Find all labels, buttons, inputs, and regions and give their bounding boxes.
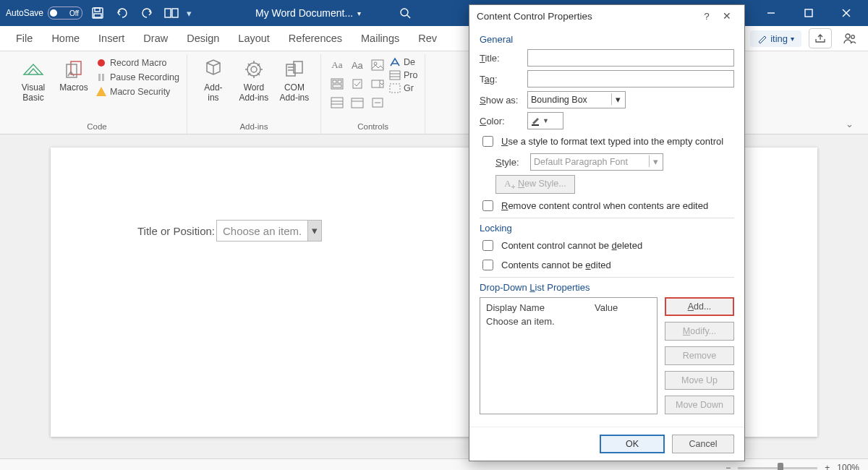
tab-references[interactable]: References (280, 28, 351, 48)
close-icon[interactable] (830, 0, 862, 26)
autosave-toggle[interactable]: Off (48, 7, 82, 20)
field-label: Title or Position: (137, 225, 215, 237)
legacy-control-icon[interactable] (369, 95, 386, 111)
ok-button[interactable]: OK (600, 435, 665, 453)
ribbon-group-code: Visual Basic Macros Record Macro Pause R… (7, 54, 187, 134)
search-icon[interactable] (396, 4, 414, 22)
remove-cc-checkbox[interactable] (482, 200, 493, 211)
properties-button[interactable]: Pro (389, 70, 417, 80)
checkbox-control-icon[interactable] (349, 76, 366, 92)
help-icon[interactable]: ? (697, 11, 717, 22)
title-input[interactable] (527, 49, 734, 67)
svg-rect-4 (172, 9, 178, 17)
document-title[interactable]: My Word Document...▾ (255, 7, 361, 19)
redo-icon[interactable] (137, 4, 156, 22)
cancel-button[interactable]: Cancel (672, 435, 734, 453)
collapse-ribbon-icon[interactable]: ⌄ (838, 114, 861, 134)
svg-point-5 (401, 9, 408, 16)
datepicker-control-icon[interactable] (349, 95, 366, 111)
showas-label: Show as: (480, 95, 522, 106)
visual-basic-icon (21, 57, 46, 82)
people-icon[interactable] (839, 29, 861, 48)
chevron-down-icon[interactable]: ▾ (307, 221, 321, 241)
svg-rect-46 (532, 124, 539, 126)
dropdown-control-icon[interactable] (328, 95, 346, 111)
design-mode-button[interactable]: De (389, 57, 417, 67)
com-addins-button[interactable]: COM Add-ins (276, 54, 313, 103)
svg-rect-3 (165, 9, 171, 17)
svg-rect-2 (94, 14, 101, 17)
autosave-control[interactable]: AutoSave Off (6, 7, 82, 20)
list-item[interactable]: Choose an item. (480, 315, 657, 328)
svg-rect-30 (353, 80, 362, 88)
word-addins-icon (242, 57, 266, 82)
reading-view-icon[interactable] (162, 4, 181, 22)
svg-rect-1 (95, 8, 100, 12)
svg-rect-33 (331, 98, 343, 108)
lock-delete-label: Content control cannot be deleted (501, 240, 642, 251)
svg-point-11 (846, 34, 850, 38)
col-value: Value (595, 302, 618, 313)
undo-icon[interactable] (113, 4, 132, 22)
macro-security-button[interactable]: Macro Security (95, 86, 179, 98)
record-macro-button[interactable]: Record Macro (95, 57, 179, 69)
visual-basic-button[interactable]: Visual Basic (14, 54, 52, 103)
dropdown-listbox[interactable]: Display NameValue Choose an item. (480, 297, 658, 414)
tab-mailings[interactable]: Mailings (352, 28, 408, 48)
tab-draw[interactable]: Draw (135, 28, 176, 48)
svg-rect-29 (333, 85, 341, 87)
maximize-icon[interactable] (793, 0, 825, 26)
addins-button[interactable]: Add- ins (195, 54, 232, 103)
close-icon[interactable]: ✕ (717, 10, 737, 22)
svg-rect-8 (805, 9, 812, 17)
title-label: Title: (480, 53, 522, 64)
showas-select[interactable]: Bounding Box▾ (527, 91, 626, 108)
section-dropdown: Drop-Down List Properties (480, 282, 734, 293)
section-general: General (480, 34, 734, 45)
tab-review[interactable]: Rev (409, 28, 446, 48)
combobox-control-icon[interactable] (369, 76, 386, 92)
editing-mode-button[interactable]: iting▾ (750, 30, 801, 47)
movedown-button: Move Down (665, 396, 734, 414)
lock-delete-checkbox[interactable] (482, 240, 493, 251)
zoom-out-icon[interactable]: − (726, 463, 731, 470)
lock-edit-label: Contents cannot be edited (501, 260, 611, 270)
plaintext-control-icon[interactable]: Aa (349, 57, 366, 73)
svg-rect-42 (390, 84, 400, 93)
zoom-slider[interactable] (738, 467, 817, 469)
color-picker[interactable]: ▼ (527, 112, 563, 129)
ribbon-group-addins: Add- ins Word Add-ins COM Add-ins Add-in… (187, 54, 321, 134)
richtext-control-icon[interactable]: Aa (328, 57, 346, 73)
svg-rect-24 (372, 60, 383, 70)
svg-rect-16 (98, 74, 101, 81)
tab-layout[interactable]: Layout (229, 28, 278, 48)
color-label: Color: (480, 116, 522, 127)
content-control-dropdown[interactable]: Choose an item. ▾ (216, 220, 322, 242)
macros-button[interactable]: Macros (55, 54, 93, 93)
group-label-code: Code (87, 121, 107, 134)
controls-gallery[interactable]: Aa Aa (328, 54, 386, 111)
group-controls-button[interactable]: Gr (389, 83, 417, 93)
svg-rect-17 (102, 74, 104, 81)
tag-input[interactable] (527, 70, 734, 87)
minimize-icon[interactable] (755, 0, 787, 26)
add-button[interactable]: Add... (665, 297, 734, 316)
use-style-checkbox[interactable] (482, 136, 493, 147)
modify-button: Modify... (665, 322, 734, 341)
share-button[interactable] (809, 28, 832, 48)
style-label: Style: (495, 157, 524, 168)
dialog-title: Content Control Properties (477, 11, 592, 22)
tab-design[interactable]: Design (178, 28, 228, 48)
save-icon[interactable] (88, 4, 107, 22)
zoom-in-icon[interactable]: + (825, 463, 830, 470)
word-addins-button[interactable]: Word Add-ins (235, 54, 273, 103)
tab-home[interactable]: Home (43, 28, 88, 48)
zoom-level[interactable]: 100% (837, 463, 859, 470)
group-label-addins: Add-ins (239, 121, 268, 134)
buildingblock-control-icon[interactable] (328, 76, 346, 92)
picture-control-icon[interactable] (369, 57, 386, 73)
tab-insert[interactable]: Insert (90, 28, 133, 48)
tab-file[interactable]: File (7, 28, 41, 48)
svg-rect-36 (352, 98, 363, 108)
lock-edit-checkbox[interactable] (482, 260, 493, 270)
